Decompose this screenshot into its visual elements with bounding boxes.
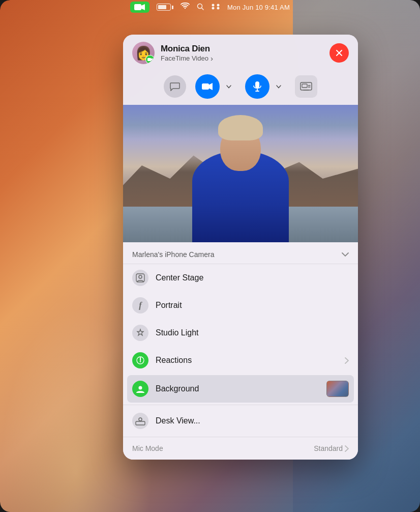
mic-mode-label: Mic Mode: [132, 444, 163, 452]
footer-divider: [123, 437, 358, 437]
video-feed: [123, 105, 358, 242]
svg-rect-18: [302, 84, 307, 88]
mic-mode-row[interactable]: Mic Mode Standard: [123, 439, 358, 458]
desk-view-icon: [132, 413, 148, 429]
mic-mode-value: Standard: [314, 444, 343, 452]
mic-chevron[interactable]: [272, 79, 286, 94]
dropdown-item-studio-light[interactable]: Studio Light: [123, 319, 358, 347]
reactions-label: Reactions: [156, 356, 338, 365]
contact-info: Monica Dien FaceTime Video ›: [161, 44, 323, 63]
dropdown-item-center-stage[interactable]: Center Stage: [123, 264, 358, 292]
svg-point-22: [139, 275, 142, 278]
contact-avatar: 👩: [132, 42, 155, 64]
video-chevron[interactable]: [222, 79, 236, 94]
close-button[interactable]: [329, 43, 349, 63]
svg-point-6: [212, 7, 215, 9]
message-button[interactable]: [164, 75, 186, 98]
call-header: 👩 Monica Dien FaceTime Video ›: [123, 35, 358, 69]
svg-point-28: [139, 386, 142, 390]
camera-source-label: Marlena's iPhone Camera: [132, 250, 214, 259]
svg-rect-8: [147, 58, 151, 61]
camera-source-chevron: [342, 252, 349, 257]
svg-point-7: [217, 7, 220, 9]
screen-share-button[interactable]: [295, 75, 317, 98]
mic-control-group: [245, 74, 286, 99]
menu-bar: Mon Jun 10 9:41 AM: [0, 0, 420, 14]
battery-icon: [157, 4, 173, 11]
video-control-group: [195, 74, 236, 99]
background-thumbnail: [326, 381, 349, 397]
background-icon: [132, 381, 148, 397]
svg-rect-14: [255, 81, 259, 88]
svg-point-29: [139, 418, 142, 421]
svg-marker-13: [209, 83, 213, 90]
facetime-window: 👩 Monica Dien FaceTime Video ›: [123, 35, 358, 460]
avatar-badge: [145, 55, 155, 64]
svg-rect-30: [136, 421, 145, 425]
facetime-menubar-icon[interactable]: [130, 2, 149, 13]
search-icon[interactable]: [197, 3, 204, 12]
mic-button[interactable]: [245, 74, 269, 99]
control-center-icon[interactable]: [211, 3, 220, 12]
svg-point-4: [212, 4, 215, 6]
portrait-icon: f: [132, 297, 148, 314]
dropdown-divider: [123, 405, 358, 405]
mic-mode-value-group: Standard: [314, 444, 349, 452]
svg-line-3: [202, 8, 204, 10]
center-stage-icon: [132, 270, 148, 286]
menu-bar-time: Mon Jun 10 9:41 AM: [227, 4, 290, 11]
dropdown-item-desk-view[interactable]: Desk View...: [123, 407, 358, 435]
studio-light-icon: [132, 325, 148, 341]
call-type: FaceTime Video ›: [161, 54, 323, 63]
desk-view-label: Desk View...: [156, 416, 349, 425]
reactions-icon: [132, 352, 148, 368]
camera-source-row[interactable]: Marlena's iPhone Camera: [123, 245, 358, 264]
studio-light-label: Studio Light: [156, 328, 349, 337]
contact-name: Monica Dien: [161, 44, 323, 54]
background-label: Background: [156, 384, 319, 393]
call-controls: [123, 69, 358, 105]
center-stage-label: Center Stage: [156, 273, 349, 282]
video-effects-dropdown: Marlena's iPhone Camera Center Stage f P…: [123, 242, 358, 460]
svg-rect-0: [134, 4, 141, 10]
call-type-chevron: ›: [211, 54, 213, 63]
video-button[interactable]: [195, 74, 220, 99]
dropdown-item-background[interactable]: Background: [127, 375, 354, 403]
reactions-chevron: [345, 357, 349, 364]
svg-marker-1: [141, 4, 145, 10]
svg-point-5: [217, 4, 220, 6]
mic-mode-chevron: [345, 445, 349, 452]
dropdown-item-portrait[interactable]: f Portrait: [123, 292, 358, 319]
svg-marker-9: [151, 58, 153, 61]
svg-rect-12: [202, 83, 209, 90]
svg-point-26: [140, 361, 141, 362]
portrait-label: Portrait: [156, 301, 349, 310]
video-person: [187, 125, 294, 242]
dropdown-item-reactions[interactable]: Reactions: [123, 347, 358, 374]
wifi-icon: [181, 3, 190, 12]
